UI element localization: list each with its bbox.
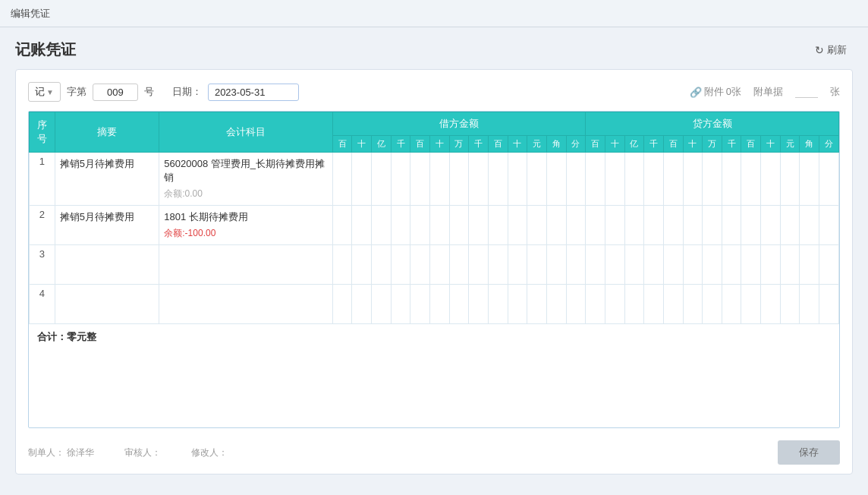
credit-cell[interactable]	[683, 245, 703, 285]
credit-cell[interactable]	[703, 285, 722, 324]
debit-cell[interactable]	[566, 245, 586, 285]
credit-cell[interactable]	[722, 206, 741, 245]
row-summary[interactable]: 摊销5月待摊费用	[55, 153, 159, 206]
credit-cell[interactable]	[586, 206, 605, 245]
credit-cell[interactable]	[663, 285, 683, 324]
credit-cell[interactable]	[586, 285, 605, 324]
credit-cell[interactable]	[741, 245, 761, 285]
debit-cell[interactable]	[527, 206, 547, 245]
debit-cell[interactable]	[469, 206, 489, 245]
debit-cell[interactable]	[372, 153, 392, 206]
credit-cell[interactable]	[644, 206, 664, 245]
credit-cell[interactable]	[586, 245, 605, 285]
debit-cell[interactable]	[546, 245, 566, 285]
debit-cell[interactable]	[488, 285, 508, 324]
debit-cell[interactable]	[429, 245, 449, 285]
date-input[interactable]	[208, 84, 299, 101]
credit-cell[interactable]	[722, 153, 741, 206]
save-button[interactable]: 保存	[778, 440, 840, 465]
credit-cell[interactable]	[663, 206, 683, 245]
row-account[interactable]	[159, 285, 332, 324]
credit-cell[interactable]	[624, 245, 644, 285]
debit-cell[interactable]	[352, 206, 372, 245]
debit-cell[interactable]	[332, 285, 352, 324]
debit-cell[interactable]	[410, 206, 430, 245]
credit-cell[interactable]	[780, 153, 800, 206]
credit-cell[interactable]	[624, 153, 644, 206]
row-summary[interactable]: 摊销5月待摊费用	[55, 206, 159, 245]
credit-cell[interactable]	[703, 206, 722, 245]
debit-cell[interactable]	[508, 153, 527, 206]
debit-cell[interactable]	[410, 285, 430, 324]
row-account[interactable]: 56020008 管理费用_长期待摊费用摊销余额:0.00	[159, 153, 332, 206]
debit-cell[interactable]	[469, 285, 489, 324]
credit-cell[interactable]	[800, 285, 819, 324]
debit-cell[interactable]	[469, 153, 489, 206]
credit-cell[interactable]	[605, 206, 624, 245]
debit-cell[interactable]	[449, 206, 469, 245]
credit-cell[interactable]	[605, 245, 624, 285]
debit-cell[interactable]	[372, 285, 392, 324]
credit-cell[interactable]	[683, 153, 703, 206]
credit-cell[interactable]	[703, 245, 722, 285]
debit-cell[interactable]	[410, 245, 430, 285]
debit-cell[interactable]	[352, 153, 372, 206]
credit-cell[interactable]	[644, 153, 664, 206]
debit-cell[interactable]	[372, 245, 392, 285]
credit-cell[interactable]	[624, 206, 644, 245]
debit-cell[interactable]	[449, 285, 469, 324]
credit-cell[interactable]	[624, 285, 644, 324]
debit-cell[interactable]	[566, 153, 586, 206]
debit-cell[interactable]	[566, 206, 586, 245]
debit-cell[interactable]	[488, 206, 508, 245]
debit-cell[interactable]	[429, 285, 449, 324]
credit-cell[interactable]	[819, 153, 839, 206]
credit-cell[interactable]	[780, 206, 800, 245]
debit-cell[interactable]	[527, 153, 547, 206]
debit-cell[interactable]	[527, 285, 547, 324]
debit-cell[interactable]	[508, 245, 527, 285]
debit-cell[interactable]	[469, 245, 489, 285]
credit-cell[interactable]	[819, 285, 839, 324]
refresh-button[interactable]: ↻ 刷新	[809, 40, 853, 60]
zhang-input[interactable]	[795, 86, 818, 98]
debit-cell[interactable]	[508, 206, 527, 245]
debit-cell[interactable]	[332, 245, 352, 285]
credit-cell[interactable]	[741, 153, 761, 206]
debit-cell[interactable]	[372, 206, 392, 245]
debit-cell[interactable]	[391, 285, 410, 324]
credit-cell[interactable]	[741, 285, 761, 324]
debit-cell[interactable]	[449, 153, 469, 206]
credit-cell[interactable]	[761, 153, 781, 206]
credit-cell[interactable]	[722, 245, 741, 285]
credit-cell[interactable]	[683, 206, 703, 245]
credit-cell[interactable]	[800, 245, 819, 285]
credit-cell[interactable]	[586, 153, 605, 206]
credit-cell[interactable]	[644, 285, 664, 324]
debit-cell[interactable]	[546, 206, 566, 245]
debit-cell[interactable]	[332, 153, 352, 206]
debit-cell[interactable]	[352, 285, 372, 324]
credit-cell[interactable]	[644, 245, 664, 285]
debit-cell[interactable]	[527, 245, 547, 285]
debit-cell[interactable]	[429, 206, 449, 245]
row-summary[interactable]	[55, 285, 159, 324]
row-summary[interactable]	[55, 245, 159, 285]
credit-cell[interactable]	[722, 285, 741, 324]
credit-cell[interactable]	[761, 245, 781, 285]
credit-cell[interactable]	[663, 153, 683, 206]
row-account[interactable]	[159, 245, 332, 285]
debit-cell[interactable]	[352, 245, 372, 285]
debit-cell[interactable]	[429, 153, 449, 206]
attach-list-label[interactable]: 附单据	[753, 85, 783, 99]
credit-cell[interactable]	[761, 285, 781, 324]
debit-cell[interactable]	[488, 153, 508, 206]
credit-cell[interactable]	[703, 153, 722, 206]
attach-link[interactable]: 🔗 附件 0张	[690, 85, 741, 99]
credit-cell[interactable]	[683, 285, 703, 324]
credit-cell[interactable]	[663, 245, 683, 285]
credit-cell[interactable]	[800, 206, 819, 245]
debit-cell[interactable]	[391, 206, 410, 245]
credit-cell[interactable]	[761, 206, 781, 245]
credit-cell[interactable]	[741, 206, 761, 245]
